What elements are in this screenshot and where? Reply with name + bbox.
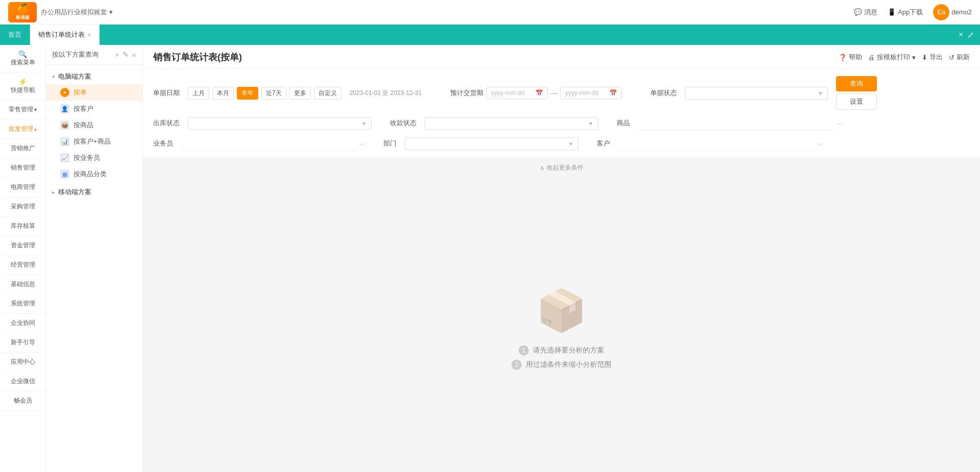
sidebar-item-search-menu[interactable]: 🔍 搜索菜单	[0, 45, 45, 73]
product-input[interactable]	[638, 116, 835, 130]
export-icon: ⬇	[922, 54, 927, 61]
sidebar-item-app-center[interactable]: 应用中心	[0, 352, 45, 372]
scheme-group-desktop: ▾ 电脑端方案 ● 按单 👤 按客户 📦 按商品	[46, 69, 142, 182]
scheme-item-by-order[interactable]: ● 按单	[46, 84, 142, 101]
sidebar-item-basic[interactable]: 基础信息	[0, 275, 45, 294]
avatar: Ea	[933, 4, 949, 20]
department-select[interactable]: ▾	[405, 137, 578, 150]
sidebar-item-label: 零售管理	[9, 105, 33, 114]
person-box-icon: 📊	[60, 137, 69, 146]
date-from-input[interactable]: yyyy-mm-dd 📅	[486, 87, 548, 99]
tab-home[interactable]: 首页	[0, 25, 30, 45]
doc-status-select[interactable]: ▾	[685, 87, 828, 100]
left-panel-title: 按以下方案查询	[52, 50, 99, 59]
query-button[interactable]: 查询	[836, 76, 877, 91]
sidebar-item-inventory[interactable]: 库存核算	[0, 217, 45, 236]
more-button[interactable]: 更多	[289, 87, 311, 100]
collapse-panel-button[interactable]: «	[132, 50, 136, 59]
sidebar-item-purchase[interactable]: 采购管理	[0, 197, 45, 217]
sidebar-item-enterprise[interactable]: 企业协同	[0, 314, 45, 333]
app-selector[interactable]: 办公用品行业模拟账套 ▾	[41, 8, 113, 17]
sidebar-item-system[interactable]: 系统管理	[0, 294, 45, 314]
sidebar-item-wechat[interactable]: 企业微信	[0, 372, 45, 391]
customer-input[interactable]	[618, 136, 815, 151]
date-to-input[interactable]: yyyy-mm-dd 📅	[560, 87, 622, 99]
add-scheme-button[interactable]: +	[115, 50, 119, 59]
page-header-actions: ❓ 帮助 🖨 按模板打印 ▾ ⬇ 导出 ↺	[839, 53, 970, 62]
sidebar-item-member[interactable]: 畅会员	[0, 391, 45, 411]
scheme-item-by-product-category[interactable]: ▦ 按商品分类	[46, 166, 142, 182]
box-icon: 📦	[60, 121, 69, 130]
collapse-bar[interactable]: ∧ 收起更多条件	[143, 158, 980, 177]
tab-close-icon[interactable]: ×	[88, 32, 91, 38]
empty-tip-1: 1 请先选择要分析的方案	[519, 345, 604, 356]
sidebar-item-operations[interactable]: 经营管理	[0, 255, 45, 275]
refresh-button[interactable]: ↺ 刷新	[949, 53, 970, 62]
ship-status-select[interactable]: ▾	[188, 117, 372, 130]
scheme-item-by-product[interactable]: 📦 按商品	[46, 117, 142, 133]
prev-month-button[interactable]: 上月	[188, 87, 209, 100]
sidebar-item-label: 批发管理	[9, 125, 33, 133]
customer-more-icon[interactable]: ···	[817, 140, 822, 148]
scheme-group-mobile-header[interactable]: ▸ 移动端方案	[46, 184, 142, 200]
payment-status-select[interactable]: ▾	[425, 117, 598, 130]
sidebar-item-retail[interactable]: 零售管理 ▾	[0, 100, 45, 120]
left-panel-actions: + ✎ «	[115, 50, 136, 59]
help-button[interactable]: ❓ 帮助	[839, 53, 862, 62]
chevron-down-icon: ▾	[569, 140, 573, 148]
empty-state: 📦 1 请先选择要分析的方案 2 用过滤条件来缩小分析范围	[143, 177, 980, 472]
product-more-icon[interactable]: ···	[837, 120, 842, 127]
custom-button[interactable]: 自定义	[314, 87, 341, 100]
edit-scheme-button[interactable]: ✎	[122, 50, 129, 59]
empty-icon: 📦	[531, 280, 592, 341]
date-button-group: 上月 本月 本年 近7天 更多 自定义	[188, 87, 341, 100]
date-separator: —	[551, 89, 557, 97]
sidebar-item-quick-nav[interactable]: ⚡ 快捷导航	[0, 73, 45, 100]
main-layout: 🔍 搜索菜单 ⚡ 快捷导航 零售管理 ▾ 批发管理 ▴ 营销推广 销售管理 电商…	[0, 45, 980, 472]
last-7-button[interactable]: 近7天	[261, 87, 286, 100]
refresh-icon: ↺	[949, 54, 954, 61]
tab-sales-order-stats[interactable]: 销售订单统计表 ×	[30, 25, 100, 45]
page-header-top: 销售订单统计表(按单) ❓ 帮助 🖨 按模板打印 ▾ ⬇	[153, 51, 970, 63]
sidebar-item-finance[interactable]: 资金管理	[0, 236, 45, 255]
sidebar-item-marketing[interactable]: 营销推广	[0, 139, 45, 158]
chevron-down-icon: ▾	[912, 54, 916, 61]
topbar-left: 🍊 标准版 办公用品行业模拟账套 ▾	[8, 2, 113, 22]
scheme-group-desktop-header[interactable]: ▾ 电脑端方案	[46, 69, 142, 84]
sidebar-item-ecommerce[interactable]: 电商管理	[0, 178, 45, 197]
chevron-right-icon: ▸	[52, 189, 55, 196]
settings-button[interactable]: 设置	[836, 93, 877, 110]
calendar-icon: 📅	[535, 89, 543, 97]
messages-button[interactable]: 💬 消息	[854, 8, 877, 17]
scheme-item-by-salesperson[interactable]: 📈 按业务员	[46, 150, 142, 166]
filter-row-person: 业务员 ··· 部门 ▾ 客户 ···	[153, 136, 970, 151]
scheme-item-by-product-category-label: 按商品分类	[74, 170, 107, 179]
this-year-button[interactable]: 本年	[237, 87, 258, 100]
sidebar-item-sales[interactable]: 销售管理	[0, 158, 45, 178]
template-print-button[interactable]: 🖨 按模板打印 ▾	[868, 53, 916, 62]
export-button[interactable]: ⬇ 导出	[922, 53, 943, 62]
logo[interactable]: 🍊 标准版	[8, 2, 37, 22]
ship-status-label: 出库状态	[153, 119, 180, 128]
sidebar-item-wholesale[interactable]: 批发管理 ▴	[0, 120, 45, 139]
filter-row-status: 出库状态 ▾ 收款状态 ▾ 商品 ···	[153, 116, 970, 130]
print-icon: 🖨	[868, 54, 875, 61]
app-download-button[interactable]: 📱 App下载	[888, 8, 923, 17]
sidebar-item-newbie[interactable]: 新手引导	[0, 333, 45, 352]
user-menu[interactable]: Ea demo2	[933, 4, 972, 20]
scheme-item-by-customer[interactable]: 👤 按客户	[46, 101, 142, 117]
chevron-down-icon: ▾	[362, 120, 366, 127]
salesperson-input[interactable]	[181, 136, 357, 151]
window-maximize-icon[interactable]: ⤢	[967, 30, 974, 40]
page-title: 销售订单统计表(按单)	[153, 51, 242, 63]
topbar: 🍊 标准版 办公用品行业模拟账套 ▾ 💬 消息 📱 App下载 Ea demo2	[0, 0, 980, 25]
window-close-icon[interactable]: ×	[959, 30, 963, 39]
sidebar-item-label: 快捷导航	[2, 86, 43, 95]
right-panel: 销售订单统计表(按单) ❓ 帮助 🖨 按模板打印 ▾ ⬇	[143, 45, 980, 472]
sidebar-item-label: 应用中心	[2, 358, 43, 366]
sidebar-item-label: 基础信息	[2, 280, 43, 289]
salesperson-more-icon[interactable]: ···	[359, 140, 365, 148]
sidebar-item-label: 企业协同	[2, 319, 43, 327]
this-month-button[interactable]: 本月	[212, 87, 234, 100]
scheme-item-by-customer-product[interactable]: 📊 按客户+商品	[46, 133, 142, 150]
